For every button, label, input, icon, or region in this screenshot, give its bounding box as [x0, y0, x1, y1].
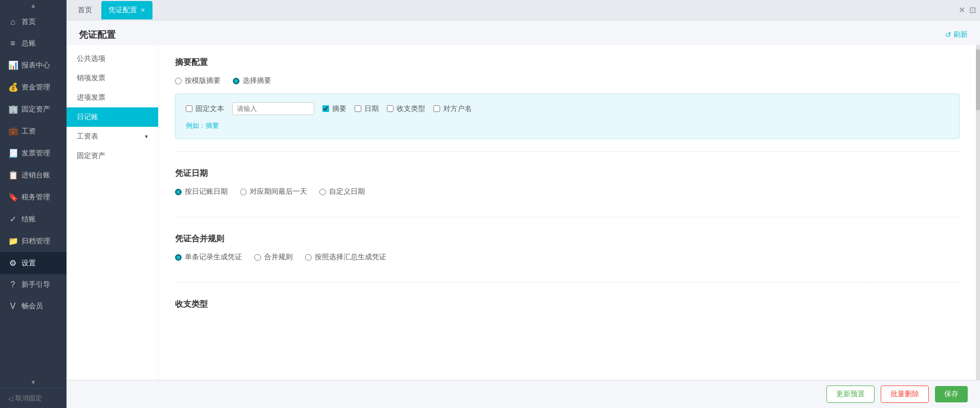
summary-options-row: 固定文本 摘要 日期 — [186, 102, 949, 115]
sidebar-item-guide[interactable]: ? 新手引导 — [0, 274, 67, 296]
sidebar-item-salary[interactable]: 💼 工资 — [0, 120, 67, 142]
fixed-text-checkbox-label[interactable]: 固定文本 — [186, 104, 224, 114]
batch-delete-button[interactable]: 批量删除 — [881, 386, 929, 403]
sidebar-item-label: 结账 — [21, 215, 36, 224]
date-checkbox[interactable] — [355, 105, 361, 112]
sidebar-item-label: 报表中心 — [21, 61, 50, 70]
fixed-text-checkbox[interactable] — [186, 105, 192, 112]
custom-date-radio-label[interactable]: 自定义日期 — [319, 187, 365, 196]
close-window-icon[interactable]: ✕ — [959, 5, 965, 15]
sidebar-item-assets[interactable]: 🏢 固定资产 — [0, 98, 67, 120]
tab-home[interactable]: 首页 — [71, 1, 99, 19]
date-checkbox-label[interactable]: 日期 — [355, 104, 379, 114]
last-day-radio-label[interactable]: 对应期间最后一天 — [240, 187, 307, 196]
sidebar-item-label: 工资 — [21, 127, 36, 136]
left-nav-public-label: 公共选项 — [77, 54, 105, 63]
sidebar-item-tax[interactable]: 🔖 税务管理 — [0, 186, 67, 208]
scroll-thumb[interactable] — [976, 49, 980, 110]
assets-icon: 🏢 — [8, 104, 17, 114]
left-nav-payroll-label: 工资表 — [77, 132, 98, 141]
home-icon: ⌂ — [8, 17, 17, 27]
sidebar-unpin-button[interactable]: ◁ 取消固定 — [0, 388, 67, 408]
journal-date-radio-label[interactable]: 按日记账日期 — [175, 187, 228, 196]
left-nav-journal[interactable]: 日记账 — [67, 107, 158, 127]
last-day-label: 对应期间最后一天 — [250, 187, 307, 196]
sidebar-item-ledger[interactable]: ≡ 总账 — [0, 33, 67, 54]
sidebar: ▲ ⌂ 首页 ≡ 总账 📊 报表中心 💰 资金管理 🏢 固定资产 💼 工资 🧾 … — [0, 0, 67, 408]
chevron-down-icon: ▾ — [145, 133, 148, 140]
left-nav-sales[interactable]: 销项发票 — [67, 69, 158, 88]
single-radio-label[interactable]: 单条记录生成凭证 — [175, 253, 242, 262]
sidebar-item-report[interactable]: 📊 报表中心 — [0, 54, 67, 76]
maximize-window-icon[interactable]: ⊡ — [969, 5, 976, 15]
refresh-icon: ↺ — [945, 31, 951, 39]
tab-voucher-config[interactable]: 凭证配置 ✕ — [101, 1, 153, 19]
abstract-label: 摘要 — [332, 104, 346, 114]
sidebar-item-home[interactable]: ⌂ 首页 — [0, 11, 67, 33]
merge-section: 凭证合并规则 单条记录生成凭证 合并规则 按照选择汇总生成凭证 — [175, 234, 960, 283]
sidebar-scroll-down[interactable]: ▼ — [0, 377, 67, 388]
left-nav-purchase-inv[interactable]: 进项发票 — [67, 88, 158, 107]
page-title: 凭证配置 — [79, 29, 116, 41]
sidebar-item-label: 税务管理 — [21, 193, 50, 202]
single-radio[interactable] — [175, 254, 182, 261]
summary-template-radio-label[interactable]: 按模版摘要 — [175, 76, 221, 85]
content-layout: 公共选项 销项发票 进项发票 日记账 工资表 ▾ 固定资产 — [67, 45, 980, 380]
left-nav-sales-label: 销项发票 — [77, 74, 105, 83]
left-nav-journal-label: 日记账 — [77, 112, 98, 122]
sidebar-item-purchase[interactable]: 📋 进销台账 — [0, 164, 67, 186]
main-area: 首页 凭证配置 ✕ ✕ ⊡ 凭证配置 ↺ 刷新 公共选项 — [67, 0, 980, 408]
tab-close-icon[interactable]: ✕ — [140, 7, 145, 14]
abstract-checkbox[interactable] — [322, 105, 329, 112]
journal-date-radio[interactable] — [175, 189, 182, 195]
sidebar-item-invoice-mgmt[interactable]: 🧾 发票管理 — [0, 142, 67, 164]
summary-template-radio[interactable] — [175, 78, 182, 84]
sidebar-item-archive[interactable]: 📁 归档管理 — [0, 230, 67, 252]
right-scrollbar[interactable] — [976, 45, 980, 380]
summary-section: 摘要配置 按模版摘要 选择摘要 — [175, 57, 960, 152]
merge-radio-label[interactable]: 合并规则 — [254, 253, 293, 262]
fixed-text-input[interactable] — [232, 102, 314, 115]
settings-icon: ⚙ — [8, 258, 17, 268]
merge-label: 合并规则 — [264, 253, 293, 262]
update-preview-button[interactable]: 更新预置 — [826, 386, 875, 403]
save-button[interactable]: 保存 — [935, 386, 968, 402]
page-header: 凭证配置 ↺ 刷新 — [67, 20, 980, 45]
window-controls: ✕ ⊡ — [959, 5, 976, 15]
unpin-label: 取消固定 — [15, 394, 42, 403]
left-nav-payroll[interactable]: 工资表 ▾ — [67, 127, 158, 146]
left-nav-public[interactable]: 公共选项 — [67, 49, 158, 69]
refresh-button[interactable]: ↺ 刷新 — [945, 30, 968, 39]
tab-bar: 首页 凭证配置 ✕ ✕ ⊡ — [67, 0, 980, 20]
counterpart-checkbox[interactable] — [433, 105, 440, 112]
left-nav-fixed-assets[interactable]: 固定资产 — [67, 146, 158, 166]
report-icon: 📊 — [8, 60, 17, 70]
date-section-title: 凭证日期 — [175, 168, 960, 179]
sidebar-item-member[interactable]: V 畅会员 — [0, 296, 67, 317]
batch-radio[interactable] — [305, 254, 312, 261]
invoice-mgmt-icon: 🧾 — [8, 148, 17, 158]
custom-date-radio[interactable] — [319, 189, 326, 195]
batch-radio-label[interactable]: 按照选择汇总生成凭证 — [305, 253, 386, 262]
type-checkbox-label[interactable]: 收支类型 — [387, 104, 425, 114]
sidebar-scroll-up[interactable]: ▲ — [0, 0, 67, 11]
abstract-checkbox-label[interactable]: 摘要 — [322, 104, 346, 114]
sidebar-item-finance[interactable]: 💰 资金管理 — [0, 76, 67, 98]
date-options-group: 按日记账日期 对应期间最后一天 自定义日期 — [175, 187, 960, 196]
sidebar-item-settings[interactable]: ⚙ 设置 — [0, 252, 67, 274]
counterpart-checkbox-label[interactable]: 对方户名 — [433, 104, 472, 114]
type-checkbox[interactable] — [387, 105, 394, 112]
settle-icon: ✓ — [8, 214, 17, 224]
receipt-type-section-title: 收支类型 — [175, 299, 960, 310]
merge-options-group: 单条记录生成凭证 合并规则 按照选择汇总生成凭证 — [175, 253, 960, 262]
merge-radio[interactable] — [254, 254, 261, 261]
last-day-radio[interactable] — [240, 189, 247, 195]
sidebar-item-label: 固定资产 — [21, 105, 50, 114]
summary-select-radio-label[interactable]: 选择摘要 — [233, 76, 271, 85]
sidebar-item-settle[interactable]: ✓ 结账 — [0, 208, 67, 230]
receipt-type-section: 收支类型 — [175, 299, 960, 330]
batch-label: 按照选择汇总生成凭证 — [315, 253, 386, 262]
sidebar-item-label: 首页 — [21, 17, 36, 27]
summary-select-radio[interactable] — [233, 78, 239, 84]
page-content: 凭证配置 ↺ 刷新 公共选项 销项发票 进项发票 日记账 — [67, 20, 980, 408]
